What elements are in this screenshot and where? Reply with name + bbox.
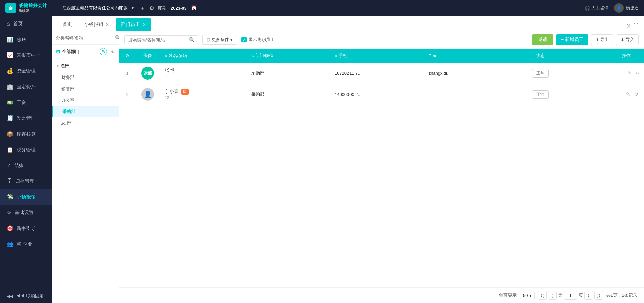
tab-dept-employee[interactable]: 部门员工 ✕ xyxy=(116,18,151,31)
delete-button-1[interactable]: ⎋ xyxy=(636,70,639,76)
tab-expense[interactable]: 小畅报销 ✕ xyxy=(79,18,114,31)
current-page-input[interactable] xyxy=(564,291,577,300)
next-page-button[interactable]: ⟩ xyxy=(584,291,593,300)
service-label: 人工咨询 xyxy=(591,5,609,11)
employee-area: 🔍 ⊟ 更多条件 ▾ ✓ 显示离职员工 邀请 + 新增员工 xyxy=(119,31,644,303)
sidebar-item-archive[interactable]: 🗄 归档管理 xyxy=(0,173,52,189)
sidebar-item-expense[interactable]: 💸 小畅报销 xyxy=(0,189,52,205)
restore-button-2[interactable]: ↺ xyxy=(634,91,639,97)
filter-button[interactable]: ⊟ 更多条件 ▾ xyxy=(202,35,237,45)
user-info[interactable]: 👤 畅捷通 xyxy=(614,3,639,13)
col-dept-position[interactable]: ⇅ 部门/职位 xyxy=(246,49,329,63)
dept-item-general[interactable]: 总 部 xyxy=(52,117,119,129)
dept-search-input[interactable] xyxy=(56,35,112,40)
dept-item-finance[interactable]: 财务部 xyxy=(52,72,119,83)
sidebar-label-expense: 小畅报销 xyxy=(17,194,36,200)
cancel-pin-button[interactable]: ◀◀ ◀◀ 取消固定 xyxy=(0,289,52,303)
tab-home[interactable]: 首页 xyxy=(57,18,77,31)
sidebar-item-funds[interactable]: 💰 资金管理 xyxy=(0,63,52,79)
tab-dept-label: 部门员工 xyxy=(121,21,140,28)
row-actions-2: ✎ ↺ xyxy=(575,84,644,105)
dept-grid-icon: ⊞ xyxy=(56,49,60,54)
prev-page-button[interactable]: ⟨ xyxy=(548,291,557,300)
add-company-button[interactable]: ＋ xyxy=(139,4,145,12)
col-settings[interactable]: ⚙ xyxy=(119,49,136,63)
col-avatar: 头像 xyxy=(136,49,159,63)
sidebar-label-payroll: 工资 xyxy=(17,100,26,106)
dept-item-office[interactable]: 办公室 xyxy=(52,95,119,106)
sidebar-item-assets[interactable]: 🏢 固定资产 xyxy=(0,79,52,95)
tab-expense-close[interactable]: ✕ xyxy=(106,22,109,27)
show-resigned-checkbox[interactable]: ✓ xyxy=(241,37,247,42)
guide-icon: 🎯 xyxy=(7,225,13,232)
employee-search-input[interactable] xyxy=(128,37,187,42)
row-email-1: zhangxidf... xyxy=(423,63,506,84)
dept-item-sales[interactable]: 销售部 xyxy=(52,83,119,95)
row-phone-1: 18720211 7... xyxy=(329,63,423,84)
employee-search-icon[interactable]: 🔍 xyxy=(189,37,195,42)
table-header: ⚙ 头像 ⇅ 姓名/编码 ⇅ 部门/职位 xyxy=(119,49,644,63)
sidebar-label-funds: 资金管理 xyxy=(17,68,36,74)
col-email: Email xyxy=(423,49,506,63)
company-dropdown-icon[interactable]: ▾ xyxy=(132,6,134,10)
sidebar-item-checkout[interactable]: ✓ 结账 xyxy=(0,158,52,173)
dept-group-headquarters[interactable]: ▼ 总部 xyxy=(52,60,119,72)
group-arrow-icon: ▼ xyxy=(56,64,59,68)
tab-bar: 首页 小畅报销 ✕ 部门员工 ✕ ✕ ⛶ xyxy=(52,16,644,31)
invite-button[interactable]: 邀请 xyxy=(532,34,553,45)
employee-toolbar: 🔍 ⊟ 更多条件 ▾ ✓ 显示离职员工 邀请 + 新增员工 xyxy=(119,31,644,49)
logo-icon: 会 xyxy=(5,3,16,13)
sidebar-label-home: 首页 xyxy=(13,21,23,27)
import-button[interactable]: ⬇ 导入 xyxy=(616,34,639,45)
avatar-zhang: 张熙 xyxy=(141,67,154,80)
sidebar-item-guide[interactable]: 🎯 新手引导 xyxy=(0,220,52,236)
table-row: 1 张熙 张熙 11 采购部 xyxy=(119,63,644,84)
sidebar-item-reports[interactable]: 📈 云报表中心 xyxy=(0,47,52,63)
calendar-icon[interactable]: 📅 xyxy=(191,5,197,11)
dept-all-header[interactable]: ⊞ 全部部门 ✎ ≪ xyxy=(52,45,119,59)
show-resigned-toggle[interactable]: ✓ 显示离职员工 xyxy=(241,37,275,43)
first-page-button[interactable]: ⟨⟨ xyxy=(538,291,547,300)
col-name-code[interactable]: ⇅ 姓名/编码 xyxy=(159,49,246,63)
table-row: 2 👤 宁小壹 xyxy=(119,84,644,105)
pagination: 每页显示 50 ▾ ⟨⟨ ⟨ 第 页 ⟩ ⟩⟩ xyxy=(119,287,644,303)
sidebar-item-payroll[interactable]: 💵 工资 xyxy=(0,95,52,110)
sidebar-item-help[interactable]: 👥 帮 企业 xyxy=(0,236,52,252)
sidebar-item-settings[interactable]: ⚙ 基础设置 xyxy=(0,205,52,220)
edit-button-2[interactable]: ✎ xyxy=(626,91,630,97)
employee-search-bar[interactable]: 🔍 xyxy=(124,35,198,44)
row-actions-1: ✎ ⎋ xyxy=(575,63,644,84)
tab-close-btn[interactable]: ✕ xyxy=(626,23,631,29)
last-page-button[interactable]: ⟩⟩ xyxy=(594,291,603,300)
col-dept-sort-icon: ⇅ xyxy=(251,54,254,58)
tax-icon: 📋 xyxy=(7,147,13,153)
col-phone[interactable]: ⇅ 手机 xyxy=(329,49,423,63)
sidebar-item-ledger[interactable]: 📊 总账 xyxy=(0,32,52,47)
row-dept-1: 采购部 xyxy=(246,63,329,84)
add-employee-button[interactable]: + 新增员工 xyxy=(556,34,588,45)
service-button[interactable]: 🎧 人工咨询 xyxy=(585,5,609,11)
export-button[interactable]: ⬆ 导出 xyxy=(591,34,613,45)
sidebar-item-tax[interactable]: 📋 税务管理 xyxy=(0,142,52,158)
sidebar-item-invoice[interactable]: 🧾 发票管理 xyxy=(0,110,52,126)
tab-expand-btn[interactable]: ⛶ xyxy=(633,23,639,29)
cancel-pin-icon: ◀◀ xyxy=(7,294,13,299)
dept-edit-button[interactable]: ✎ xyxy=(100,48,107,55)
expense-icon: 💸 xyxy=(7,194,13,200)
dept-item-purchasing[interactable]: 采购部 xyxy=(52,106,119,117)
page-size-value: 50 xyxy=(523,293,528,298)
page-size-select[interactable]: 50 ▾ xyxy=(520,292,534,299)
sidebar-item-inventory[interactable]: 📦 库存核算 xyxy=(0,126,52,142)
sidebar-item-home[interactable]: ⌂ 首页 xyxy=(0,16,52,32)
sidebar-label-assets: 固定资产 xyxy=(17,84,36,90)
tab-dept-close[interactable]: ✕ xyxy=(143,22,146,27)
header-right: 🎧 人工咨询 👤 畅捷通 xyxy=(585,3,639,13)
header-settings-icon[interactable]: ⚙ xyxy=(149,5,154,11)
edit-button-1[interactable]: ✎ xyxy=(627,70,632,76)
period-label: 账期 xyxy=(158,5,167,11)
dept-collapse-icon[interactable]: ≪ xyxy=(110,49,115,54)
help-icon: 👥 xyxy=(7,241,13,247)
home-icon: ⌂ xyxy=(7,21,10,27)
row-status-1: 正常 xyxy=(506,63,575,84)
reports-icon: 📈 xyxy=(7,52,13,58)
